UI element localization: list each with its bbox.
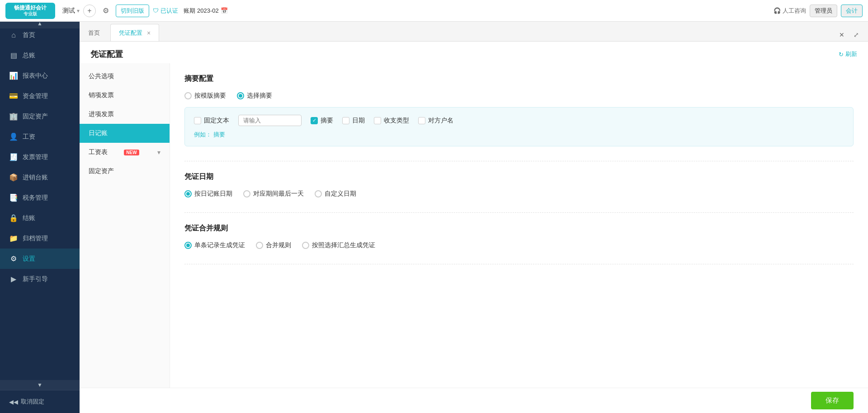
voucher-merge-title: 凭证合并规则 <box>184 224 854 233</box>
main-layout: ▲ ⌂ 首页 ▤ 总账 📊 报表中心 💳 资金管理 🏢 固定资产 <box>0 22 868 413</box>
counterpart-checkbox <box>418 117 425 124</box>
sidebar-item-settings[interactable]: ⚙ 设置 <box>0 249 80 269</box>
tab-voucher-config[interactable]: 凭证配置 × <box>110 24 159 41</box>
sidebar-item-payroll[interactable]: 👤 工资 <box>0 127 80 147</box>
tab-expand-button[interactable]: ⤢ <box>850 28 863 41</box>
summary-config-title: 摘要配置 <box>184 74 854 84</box>
page-header: 凭证配置 ↻ 刷新 <box>80 42 868 63</box>
funds-icon: 💳 <box>9 92 18 100</box>
voucher-merge-section: 凭证合并规则 单条记录生成凭证 合并规则 <box>184 224 854 249</box>
sidebar-item-funds[interactable]: 💳 资金管理 <box>0 86 80 106</box>
radio-diary-date[interactable]: 按日记账日期 <box>184 190 232 198</box>
summary-radio-group: 按模版摘要 选择摘要 <box>184 92 854 100</box>
sidebar-item-reports[interactable]: 📊 报表中心 <box>0 66 80 86</box>
radio-merge-rule[interactable]: 合并规则 <box>256 241 291 249</box>
divider-3 <box>184 264 854 264</box>
human-service-button[interactable]: 🎧 人工咨询 <box>774 7 806 15</box>
headset-icon: 🎧 <box>774 7 781 14</box>
shield-icon: 🛡 <box>153 7 159 14</box>
sidebar-item-guide[interactable]: ▶ 新手引导 <box>0 269 80 289</box>
cancel-fixed-button[interactable]: ◀◀ 取消固定 <box>5 395 74 408</box>
sidebar-scroll-down[interactable]: ▼ <box>0 380 80 390</box>
tab-close-icon[interactable]: × <box>147 29 151 37</box>
tab-close-button[interactable]: ✕ <box>835 28 848 41</box>
radio-template-summary[interactable]: 按模版摘要 <box>184 92 226 100</box>
radio-template-circle <box>184 92 192 99</box>
save-button[interactable]: 保存 <box>811 392 854 409</box>
calendar-icon[interactable]: 📅 <box>221 7 228 14</box>
voucher-date-section: 凭证日期 按日记账日期 对应期间最后一天 <box>184 172 854 198</box>
radio-select-merge[interactable]: 按照选择汇总生成凭证 <box>302 241 375 249</box>
sidebar-item-home[interactable]: ⌂ 首页 <box>0 25 80 45</box>
reports-icon: 📊 <box>9 71 18 80</box>
inner-layout: 公共选项 销项发票 进项发票 日记账 工资表 NEW ▾ 固定资产 摘要配置 <box>80 63 868 388</box>
new-badge: NEW <box>124 150 139 155</box>
radio-select-summary[interactable]: 选择摘要 <box>237 92 272 100</box>
role-button[interactable]: 会计 <box>841 5 863 17</box>
radio-diary-date-circle <box>184 190 192 197</box>
radio-single[interactable]: 单条记录生成凭证 <box>184 241 245 249</box>
radio-custom-date-circle <box>315 190 322 197</box>
expand-icon: ▾ <box>157 149 160 156</box>
radio-custom-date[interactable]: 自定义日期 <box>315 190 356 198</box>
right-content: 摘要配置 按模版摘要 选择摘要 <box>170 63 868 388</box>
admin-button[interactable]: 管理员 <box>810 5 837 17</box>
sidebar-item-sales-purchase[interactable]: 📦 进销台账 <box>0 167 80 188</box>
voucher-merge-radio-group: 单条记录生成凭证 合并规则 按照选择汇总生成凭证 <box>184 241 854 249</box>
radio-select-merge-circle <box>302 242 309 249</box>
refresh-icon: ↻ <box>839 51 844 58</box>
fixed-text-input[interactable] <box>238 115 302 126</box>
page-content: 凭证配置 ↻ 刷新 公共选项 销项发票 进项发票 日记账 工资表 NEW <box>80 42 868 413</box>
sidebar-item-archive[interactable]: 📁 归档管理 <box>0 228 80 249</box>
left-nav-payroll[interactable]: 工资表 NEW ▾ <box>80 143 170 162</box>
sidebar-item-invoice[interactable]: 🧾 发票管理 <box>0 147 80 167</box>
gear-icon[interactable]: ⚙ <box>99 5 112 17</box>
sidebar-item-tax[interactable]: 📑 税务管理 <box>0 188 80 208</box>
summary-options: 固定文本 ✓ 摘要 日期 <box>194 115 844 126</box>
settings-icon: ⚙ <box>9 254 18 263</box>
left-nav-public[interactable]: 公共选项 <box>80 67 170 86</box>
checkbox-income-type[interactable]: 收支类型 <box>374 117 409 125</box>
radio-last-day[interactable]: 对应期间最后一天 <box>243 190 304 198</box>
add-button[interactable]: + <box>83 5 96 17</box>
close-accounts-icon: 🔒 <box>9 214 18 222</box>
sidebar: ▲ ⌂ 首页 ▤ 总账 📊 报表中心 💳 资金管理 🏢 固定资产 <box>0 22 80 413</box>
sidebar-item-ledger[interactable]: ▤ 总账 <box>0 45 80 66</box>
income-type-checkbox <box>374 117 381 124</box>
tab-home[interactable]: 首页 <box>80 24 108 41</box>
ledger-icon: ▤ <box>9 51 18 60</box>
checkbox-counterpart[interactable]: 对方户名 <box>418 117 453 125</box>
content-area: 首页 凭证配置 × ✕ ⤢ 凭证配置 ↻ 刷新 <box>80 22 868 413</box>
old-version-button[interactable]: 切到旧版 <box>116 5 149 17</box>
archive-icon: 📁 <box>9 234 18 243</box>
radio-single-circle <box>184 242 192 249</box>
summary-example: 例如： 摘要 <box>194 131 844 139</box>
sidebar-item-fixed-assets[interactable]: 🏢 固定资产 <box>0 106 80 127</box>
checkbox-abstract[interactable]: ✓ 摘要 <box>311 117 333 125</box>
checkbox-fixed-text[interactable]: 固定文本 <box>194 117 229 125</box>
left-nav-sales-invoice[interactable]: 销项发票 <box>80 86 170 105</box>
logo-line2: 专业版 <box>14 11 47 17</box>
divider-1 <box>184 161 854 161</box>
tabbar: 首页 凭证配置 × ✕ ⤢ <box>80 22 868 42</box>
abstract-checkbox: ✓ <box>311 117 318 124</box>
payroll-icon: 👤 <box>9 132 18 141</box>
voucher-date-title: 凭证日期 <box>184 172 854 182</box>
sales-purchase-icon: 📦 <box>9 173 18 182</box>
home-icon: ⌂ <box>9 31 18 39</box>
topbar: 畅捷通好会计 专业版 测试 ▾ + ⚙ 切到旧版 🛡 已认证 账期 2023-0… <box>0 0 868 22</box>
sidebar-bottom: ◀◀ 取消固定 <box>0 390 80 413</box>
divider-2 <box>184 212 854 213</box>
left-nav-purchase-invoice[interactable]: 进项发票 <box>80 105 170 124</box>
logo: 畅捷通好会计 专业版 <box>5 3 55 19</box>
radio-last-day-circle <box>243 190 250 197</box>
refresh-button[interactable]: ↻ 刷新 <box>839 50 857 58</box>
sidebar-item-close[interactable]: 🔒 结账 <box>0 208 80 228</box>
period-info: 账期 2023-02 📅 <box>184 7 228 15</box>
voucher-date-radio-group: 按日记账日期 对应期间最后一天 自定义日期 <box>184 190 854 198</box>
sidebar-scroll: ⌂ 首页 ▤ 总账 📊 报表中心 💳 资金管理 🏢 固定资产 👤 工资 <box>0 25 80 380</box>
checkbox-date[interactable]: 日期 <box>342 117 365 125</box>
left-nav-diary[interactable]: 日记账 <box>80 124 170 143</box>
company-name[interactable]: 测试 ▾ <box>62 7 80 15</box>
left-nav-fixed-assets[interactable]: 固定资产 <box>80 162 170 181</box>
